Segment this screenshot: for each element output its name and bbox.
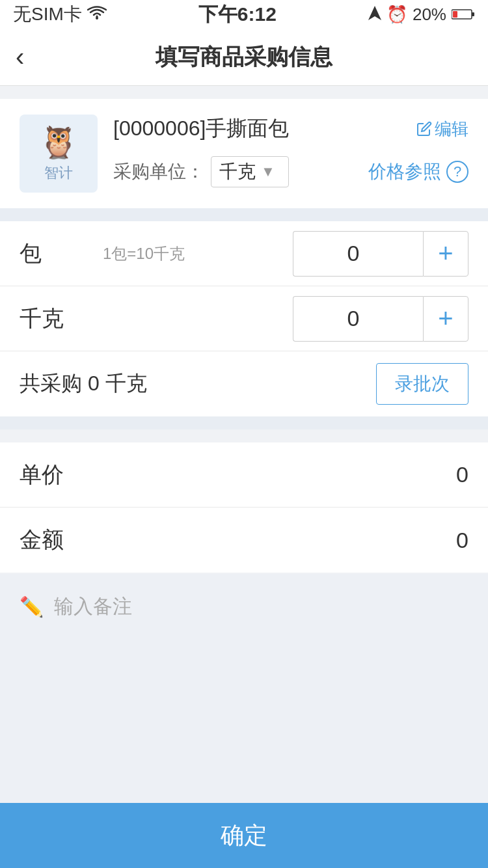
battery-percent: 20% xyxy=(413,5,446,25)
price-ref-label: 价格参照 xyxy=(368,159,441,184)
bag-label: 包 xyxy=(20,239,98,269)
unit-price-value: 0 xyxy=(456,462,468,487)
nav-bar: ‹ 填写商品采购信息 xyxy=(0,29,488,86)
svg-marker-1 xyxy=(368,6,381,20)
product-name-row: [0000006]手撕面包 编辑 xyxy=(113,115,468,143)
amount-value: 0 xyxy=(456,528,468,553)
bag-input[interactable] xyxy=(293,231,423,277)
unit-value: 千克 xyxy=(219,159,256,184)
status-time: 下午6:12 xyxy=(198,1,277,28)
product-unit-row: 采购单位： 千克 ▼ 价格参照 ? xyxy=(113,156,468,187)
status-bar: 无SIM卡 下午6:12 ⏰ 20% xyxy=(0,0,488,29)
battery-icon xyxy=(452,5,475,25)
unit-label: 采购单位： 千克 ▼ xyxy=(113,156,289,187)
back-button[interactable]: ‹ xyxy=(16,42,24,72)
summary-text: 共采购 0 千克 xyxy=(20,370,147,398)
kg-label: 千克 xyxy=(20,304,98,334)
status-right: ⏰ 20% xyxy=(368,5,475,25)
unit-select[interactable]: 千克 ▼ xyxy=(211,156,289,187)
page-title: 填写商品采购信息 xyxy=(156,42,332,72)
remark-placeholder: 输入备注 xyxy=(54,593,132,620)
gps-icon xyxy=(368,5,381,25)
input-section: 包 1包=10千克 + 千克 + xyxy=(0,221,488,351)
unit-select-arrow: ▼ xyxy=(261,163,275,180)
product-thumb-icon: 🦉 xyxy=(39,124,78,161)
amount-label: 金额 xyxy=(20,525,64,555)
confirm-button[interactable]: 确定 xyxy=(0,803,488,868)
status-left: 无SIM卡 xyxy=(13,2,107,27)
remark-section[interactable]: ✏️ 输入备注 xyxy=(0,574,488,640)
kg-input-row: 千克 + xyxy=(0,286,488,351)
bag-input-row: 包 1包=10千克 + xyxy=(0,221,488,286)
edit-label: 编辑 xyxy=(435,118,468,141)
bag-input-wrap: + xyxy=(293,231,468,277)
section-divider-1 xyxy=(0,208,488,221)
svg-point-0 xyxy=(96,17,98,20)
wifi-icon xyxy=(87,4,107,25)
svg-rect-4 xyxy=(453,11,457,18)
kg-input[interactable] xyxy=(293,296,423,342)
bag-sublabel: 1包=10千克 xyxy=(103,243,293,264)
product-thumbnail: 🦉 智计 xyxy=(20,115,98,193)
remark-icon: ✏️ xyxy=(20,595,44,618)
bag-plus-button[interactable]: + xyxy=(423,231,468,277)
price-ref-button[interactable]: 价格参照 ? xyxy=(368,159,468,184)
unit-price-row: 单价 0 xyxy=(0,442,488,508)
product-info: [0000006]手撕面包 编辑 采购单位： 千克 ▼ 价格参照 ? xyxy=(113,115,468,187)
carrier-label: 无SIM卡 xyxy=(13,2,82,27)
product-thumb-text: 智计 xyxy=(44,163,73,183)
confirm-button-label: 确定 xyxy=(221,820,267,852)
unit-price-label: 单价 xyxy=(20,460,64,490)
price-section: 单价 0 金额 0 xyxy=(0,442,488,573)
svg-rect-3 xyxy=(472,12,474,16)
kg-plus-button[interactable]: + xyxy=(423,296,468,342)
kg-input-wrap: + xyxy=(293,296,468,342)
price-ref-help-icon: ? xyxy=(446,161,468,183)
summary-row: 共采购 0 千克 录批次 xyxy=(0,351,488,416)
alarm-icon: ⏰ xyxy=(386,5,407,25)
section-divider-2 xyxy=(0,416,488,429)
unit-label-text: 采购单位： xyxy=(113,159,204,184)
amount-row: 金额 0 xyxy=(0,508,488,573)
product-card: 🦉 智计 [0000006]手撕面包 编辑 采购单位： 千克 ▼ xyxy=(0,99,488,208)
edit-button[interactable]: 编辑 xyxy=(416,118,468,141)
product-name: [0000006]手撕面包 xyxy=(113,115,289,143)
batch-button[interactable]: 录批次 xyxy=(376,363,468,405)
